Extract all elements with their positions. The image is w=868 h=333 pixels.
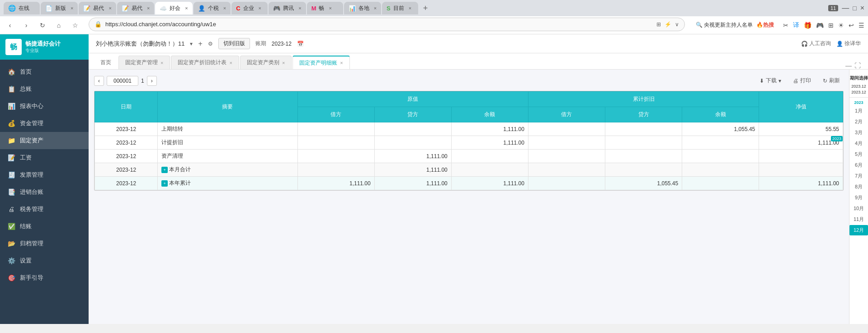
sidebar-item-home[interactable]: 🏠 首页 — [0, 63, 89, 80]
sidebar-item-fixed-assets[interactable]: 📁 固定资产 — [0, 132, 89, 149]
sidebar-item-inventory[interactable]: 📑 进销台账 — [0, 183, 89, 201]
brightness-icon[interactable]: ☀ — [838, 22, 844, 29]
page-tab-home[interactable]: 首页 — [94, 56, 118, 69]
period-month-11[interactable]: 11月 — [849, 214, 868, 225]
period-month-9[interactable]: 9月 — [849, 192, 868, 203]
browser-tab-s[interactable]: S 目前 × — [382, 2, 418, 14]
sidebar-item-tax[interactable]: 🖨 税务管理 — [0, 201, 89, 218]
tab-close-depreciation-stats[interactable]: × — [229, 60, 232, 66]
browser-tab-tencent[interactable]: 🎮 腾讯 × — [269, 2, 306, 14]
tab-close-icon[interactable]: × — [147, 5, 150, 11]
bookmark-button[interactable]: ☆ — [69, 19, 81, 32]
browser-tab-new[interactable]: 📄 新版 × — [41, 2, 78, 14]
cell-orig-balance: 1,111.00 — [451, 122, 528, 136]
sidebar-item-ledger[interactable]: 📋 总账 — [0, 80, 89, 98]
tab-close-icon[interactable]: × — [409, 5, 411, 11]
print-button[interactable]: 🖨 打印 — [789, 75, 815, 86]
tab-close-icon[interactable]: × — [185, 5, 188, 11]
period-month-12[interactable]: 12月 — [849, 225, 868, 235]
chevron-down-icon[interactable]: ∨ — [675, 21, 679, 28]
page-tab-fixed-assets-mgmt[interactable]: 固定资产管理 × — [118, 56, 170, 69]
gift-icon[interactable]: 🎁 — [804, 22, 811, 29]
prev-page-button[interactable]: ‹ — [94, 76, 104, 86]
browser-tab-online[interactable]: 🌐 在线 — [4, 2, 40, 14]
gamepad-icon[interactable]: 🎮 — [816, 22, 824, 29]
grid-icon[interactable]: ⊞ — [828, 22, 834, 29]
col-orig-balance: 余额 — [451, 107, 528, 122]
forward-button[interactable]: › — [20, 19, 33, 32]
expand-pane-icon[interactable]: ⛶ — [854, 62, 861, 69]
tab-close-icon[interactable]: × — [223, 5, 226, 11]
tab-close-icon[interactable]: × — [374, 5, 377, 11]
switch-version-button[interactable]: 切到旧版 — [218, 38, 250, 49]
lightning-icon[interactable]: ⚡ — [665, 21, 671, 28]
dropdown-icon[interactable]: ▾ — [190, 41, 193, 47]
period-month-2[interactable]: 2月 — [849, 117, 868, 127]
sidebar-item-salary[interactable]: 📝 工资 — [0, 149, 89, 166]
next-page-button[interactable]: › — [147, 76, 157, 86]
period-month-6[interactable]: 6月 — [849, 160, 868, 170]
url-text[interactable]: https://cloud.chanjet.com/accounting/uw1… — [105, 21, 653, 28]
browser-tab-active[interactable]: ☁️ 好会 × — [155, 2, 192, 14]
sidebar-item-close-period[interactable]: ✅ 结账 — [0, 218, 89, 235]
browser-tab-yidai2[interactable]: 📝 易代 × — [117, 2, 154, 14]
sidebar-item-settings[interactable]: ⚙️ 设置 — [0, 252, 89, 269]
period-month-5[interactable]: 5月 — [849, 149, 868, 159]
sidebar-item-archive[interactable]: 📂 归档管理 — [0, 235, 89, 252]
close-period-icon: ✅ — [7, 222, 15, 230]
close-browser-icon[interactable]: × — [860, 4, 864, 12]
minimize-icon[interactable]: — — [842, 4, 849, 12]
tab-close-icon[interactable]: × — [298, 5, 301, 11]
undo-icon[interactable]: ↩ — [849, 22, 854, 29]
minimize-pane-icon[interactable]: — — [845, 62, 852, 69]
service-button[interactable]: 🎧 人工咨询 — [801, 40, 831, 47]
address-bar[interactable]: 🔒 https://cloud.chanjet.com/accounting/u… — [89, 18, 685, 31]
browser-tab-regions[interactable]: 📊 各地 × — [344, 2, 381, 14]
page-tab-asset-category[interactable]: 固定资产类别 × — [240, 56, 292, 69]
page-tab-depreciation-stats[interactable]: 固定资产折旧统计表 × — [171, 56, 239, 69]
cell-orig-debit — [297, 136, 374, 150]
back-button[interactable]: ‹ — [4, 19, 16, 32]
refresh-button[interactable]: ↻ 刷新 — [819, 75, 844, 86]
browser-tab-tax[interactable]: 👤 个税 × — [193, 2, 231, 14]
tab-close-asset-detail[interactable]: × — [340, 60, 343, 66]
period-month-4[interactable]: 4月 — [849, 138, 868, 149]
sidebar-item-invoice[interactable]: 🧾 发票管理 — [0, 166, 89, 183]
sidebar-item-funds[interactable]: 💰 资金管理 — [0, 115, 89, 132]
tab-close-icon[interactable]: × — [329, 5, 331, 11]
tab-close-fixed-assets-mgmt[interactable]: × — [160, 60, 163, 66]
calendar-icon[interactable]: 📅 — [297, 41, 304, 47]
tab-close-asset-category[interactable]: × — [282, 60, 285, 66]
reload-button[interactable]: ↻ — [36, 19, 49, 32]
col-orig-value-group: 原值 — [297, 92, 528, 107]
maximize-icon[interactable]: □ — [853, 5, 856, 12]
period-month-1[interactable]: 1月 — [849, 106, 868, 116]
tab-close-icon[interactable]: × — [108, 5, 111, 11]
period-month-10[interactable]: 10月 — [849, 203, 868, 214]
browser-tab-enterprise[interactable]: C 企业 × — [231, 2, 268, 14]
new-tab-button[interactable]: + — [419, 2, 432, 14]
period-month-3[interactable]: 3月 — [849, 127, 868, 138]
tab-close-icon[interactable]: × — [259, 5, 261, 11]
period-month-7[interactable]: 7月 — [849, 171, 868, 181]
home-button[interactable]: ⌂ — [52, 19, 65, 32]
user-button[interactable]: 👤 徐译华 — [836, 40, 861, 47]
browser-tab-m[interactable]: M 畅 × — [307, 2, 343, 14]
sidebar-item-guide[interactable]: 🎯 新手引导 — [0, 269, 89, 286]
download-button[interactable]: ⬇ 下载 ▾ — [756, 75, 785, 86]
browser-tab-yidai1[interactable]: 📝 易代 × — [79, 2, 116, 14]
cell-net-value — [759, 150, 843, 163]
period-label: 账期 — [255, 40, 266, 47]
sidebar-item-reports[interactable]: 📊 报表中心 — [0, 98, 89, 115]
page-input[interactable] — [107, 76, 138, 86]
settings-cog-icon[interactable]: ⚙ — [208, 41, 213, 47]
tab-close-icon[interactable]: × — [71, 5, 73, 11]
page-tab-asset-detail[interactable]: 固定资产明细账 × — [292, 56, 349, 69]
share-icon[interactable]: ⊞ — [656, 21, 661, 28]
period-month-8[interactable]: 8月 — [849, 182, 868, 192]
translate-icon[interactable]: 译 — [793, 21, 799, 29]
add-company-icon[interactable]: + — [198, 40, 202, 48]
scissors-icon[interactable]: ✂ — [783, 22, 788, 29]
sidebar-label-ledger: 总账 — [20, 85, 32, 93]
menu-icon[interactable]: ☰ — [859, 22, 864, 29]
